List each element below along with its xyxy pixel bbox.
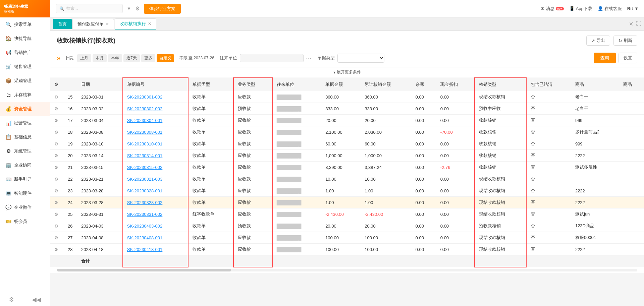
col-balance-header[interactable]: 余额 [412,78,436,91]
col-gear-cell[interactable]: ⚙ [50,115,64,126]
industry-btn[interactable]: 体验行业方案 [144,4,181,14]
scrollbar-track[interactable] [57,269,637,271]
query-button[interactable]: 查询 [594,53,616,63]
col-gear-cell[interactable]: ⚙ [50,232,64,244]
col-doc-no-cell[interactable]: SK-20230328-001 [123,185,188,197]
col-index-cell: 27 [64,232,77,244]
col-doc-no-cell[interactable]: SK-20230310-001 [123,138,188,150]
marketing-icon: 📢 [5,50,11,56]
col-product-header[interactable]: 商品 [571,78,619,91]
tab-prepay[interactable]: 预付款应付单 ✕ [72,19,114,29]
col-partner-header[interactable]: 往来单位 [272,78,321,91]
col-doc-no-cell[interactable]: SK-20230304-001 [123,115,188,126]
sidebar-item-search[interactable]: 🔍 搜索菜单 [0,17,50,32]
settings-button[interactable]: 设置 [619,53,637,63]
col-gear-cell[interactable]: ⚙ [50,150,64,162]
col-doc-no-cell[interactable]: SK-20230418-001 [123,244,188,255]
tab-collection[interactable]: 收款核销执行 ✕ [115,18,156,29]
sidebar-item-basic[interactable]: 📋 基础信息 [0,130,50,144]
filter-expand-btn[interactable]: » [57,55,60,62]
sidebar-item-system[interactable]: ⚙ 系统管理 [0,144,50,158]
col-gear-cell[interactable]: ⚙ [50,138,64,150]
sidebar-item-sales[interactable]: 🛒 销售管理 [0,60,50,74]
col-gear-header[interactable]: ⚙ [50,78,64,91]
col-gear-cell[interactable]: ⚙ [50,173,64,185]
col-gear-cell[interactable]: ⚙ [50,185,64,197]
col-gear-cell[interactable]: ⚙ [50,91,64,103]
app-download-btn[interactable]: 📱 App下载 [569,6,592,12]
col-gear-cell[interactable]: ⚙ [50,208,64,220]
sidebar-item-finance[interactable]: 💰 资金管理 [0,102,50,116]
col-gear-cell[interactable]: ⚙ [50,103,64,115]
col-include-settled-header[interactable]: 包含已结清 [526,78,571,91]
col-date-cell: 2023-04-08 [77,232,123,244]
col-doc-type-cell: 收款单 [188,244,233,255]
sidebar-item-corp[interactable]: 🏢 企业协同 [0,158,50,172]
col-doc-no-cell[interactable]: SK-20230331-002 [123,208,188,220]
sidebar-item-guide[interactable]: 📖 新手引导 [0,172,50,186]
col-index-cell: 22 [64,173,77,185]
col-amount-cell: 1.00 [321,197,361,208]
filter-this-month[interactable]: 本月 [93,54,107,62]
col-gear-cell[interactable]: ⚙ [50,244,64,255]
col-writeoff-type-header[interactable]: 核销类型 [475,78,526,91]
sidebar-item-member[interactable]: 🎫 畅会员 [0,215,50,229]
filter-date-label: 日期 [66,55,74,61]
col-date-header[interactable]: 日期 [77,78,123,91]
col-doc-no-cell[interactable]: SK-20230408-001 [123,232,188,244]
prepay-tab-close[interactable]: ✕ [106,22,109,26]
col-doc-no-cell[interactable]: SK-20230308-001 [123,126,188,138]
col-biz-type-header[interactable]: 业务类型 [233,78,272,91]
col-product2-header[interactable]: 商品 [619,78,644,91]
close-all-tabs-icon[interactable]: ✕ [629,21,633,27]
filter-custom-btn[interactable]: 自定义 [157,54,174,62]
col-gear-cell[interactable]: ⚙ [50,162,64,173]
col-balance-cell: 0.00 [412,126,436,138]
col-doc-type-header[interactable]: 单据类型 [188,78,233,91]
col-doc-no-cell[interactable]: SK-20230403-002 [123,220,188,232]
sidebar-item-operation[interactable]: 📊 经营管理 [0,116,50,130]
col-gear-cell[interactable]: ⚙ [50,126,64,138]
filter-receipt-type-select[interactable] [337,54,384,63]
filter-dots[interactable]: ··· [306,56,312,61]
user-menu[interactable]: Rit ▼ [627,6,639,11]
sidebar-item-marketing[interactable]: 📢 营销推广 [0,46,50,60]
sidebar-item-quick-nav[interactable]: 🏠 快捷导航 [0,32,50,46]
col-amount-header[interactable]: 单据金额 [321,78,361,91]
filter-more[interactable]: 更多 [141,54,155,62]
filter-partner-input[interactable] [240,54,304,62]
col-writeoff-header[interactable]: 累计核销金额 [361,78,411,91]
collection-tab-close[interactable]: ✕ [148,21,151,26]
col-doc-no-cell[interactable]: SK-20230314-001 [123,150,188,162]
col-gear-cell[interactable]: ⚙ [50,197,64,208]
dropdown-arrow[interactable]: ▼ [127,6,131,11]
col-cash-discount-header[interactable]: 现金折扣 [436,78,475,91]
topbar-gear-icon[interactable]: ⚙ [135,5,140,12]
sidebar-item-hardware[interactable]: 💻 智能硬件 [0,186,50,200]
col-doc-no-header[interactable]: 单据编号 [123,78,188,91]
col-doc-no-cell[interactable]: SK-20230315-002 [123,162,188,173]
sidebar-item-inventory[interactable]: 🗂 库存核算 [0,88,50,102]
col-doc-no-cell[interactable]: SK-20230321-003 [123,173,188,185]
col-gear-cell[interactable]: ⚙ [50,220,64,232]
filter-last-month[interactable]: 上月 [77,54,91,62]
filter-this-year[interactable]: 本年 [108,54,122,62]
col-doc-no-cell[interactable]: SK-20230328-002 [123,197,188,208]
filter-last-7-days[interactable]: 近7天 [123,54,140,62]
sidebar-item-weixin[interactable]: 💬 企业微信 [0,200,50,215]
tab-home[interactable]: 首页 [53,19,72,29]
message-btn[interactable]: ✉ 消息 99+ [541,6,564,12]
settings-icon[interactable]: ⚙ [9,296,14,303]
expand-more-btn[interactable]: ▾ 展开更多条件 [50,67,644,77]
sidebar-item-purchase[interactable]: 📦 采购管理 [0,74,50,88]
fullscreen-icon[interactable]: ⛶ [636,21,641,27]
refresh-button[interactable]: ↻ 刷新 [613,36,637,46]
scrollbar-thumb[interactable] [57,269,231,271]
col-product-cell: 999 [571,138,619,150]
online-service-btn[interactable]: 👤 在线客服 [598,6,622,12]
col-doc-no-cell[interactable]: SK-20230302-002 [123,103,188,115]
export-button[interactable]: ↗ 导出 [586,36,610,46]
search-box[interactable]: 🔍 搜索... [56,4,123,13]
col-doc-no-cell[interactable]: SK-20230301-002 [123,91,188,103]
collapse-icon[interactable]: ◀◀ [32,296,41,303]
